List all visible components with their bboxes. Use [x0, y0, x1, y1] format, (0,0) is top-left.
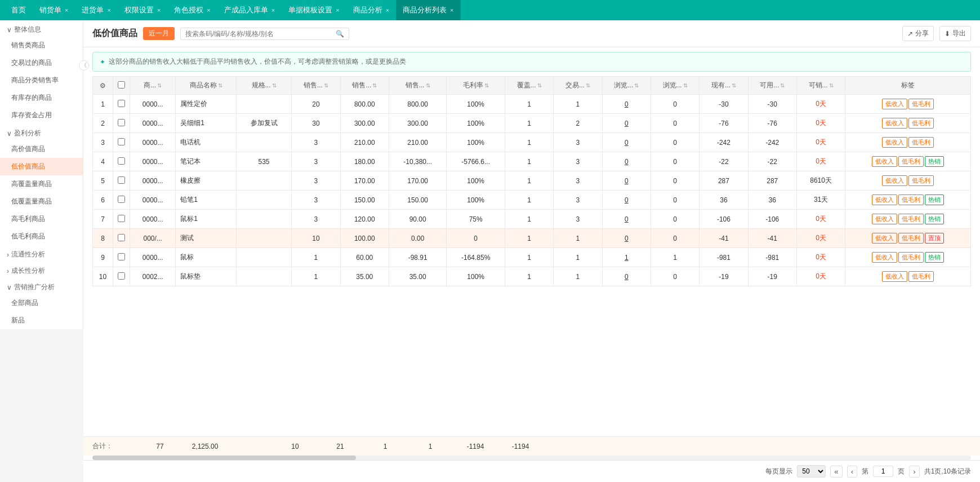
next-page-button[interactable]: › [909, 466, 919, 477]
sidebar-item-low-margin[interactable]: 低毛利商品 [0, 228, 83, 245]
row-checkbox[interactable] [118, 119, 125, 126]
sidebar-group-overall[interactable]: ∨ 整体信息 [0, 20, 83, 37]
th-cover[interactable]: 覆盖...⇅ [505, 77, 553, 95]
sidebar-group-growth[interactable]: › 成长性分析 [0, 262, 83, 278]
sidebar-item-all-products[interactable]: 全部商品 [0, 294, 83, 312]
row-checkbox[interactable] [118, 138, 125, 145]
th-browse1[interactable]: 浏览...⇅ [602, 77, 651, 95]
sidebar-item-high-margin[interactable]: 高毛利商品 [0, 210, 83, 228]
sidebar-group-liquidity[interactable]: › 流通性分析 [0, 245, 83, 262]
cell-browse1[interactable]: 0 [602, 133, 651, 152]
sidebar-item-low-value[interactable]: 低价值商品 [0, 158, 83, 175]
sidebar-group-marketing[interactable]: ∨ 营销推广分析 [0, 278, 83, 294]
cell-browse1[interactable]: 0 [602, 152, 651, 171]
row-checkbox[interactable] [118, 196, 125, 203]
cell-browse1[interactable]: 1 [602, 248, 651, 267]
sidebar-item-category-rate[interactable]: 商品分类销售率 [0, 72, 83, 89]
per-page-select[interactable]: 50 100 200 [797, 465, 826, 477]
cell-browse1[interactable]: 0 [602, 210, 651, 229]
sidebar-item-stock-capital[interactable]: 库存资金占用 [0, 107, 83, 124]
cell-checkbox[interactable] [113, 133, 130, 152]
browse-link[interactable]: 0 [625, 139, 629, 147]
th-gross[interactable]: 毛利率⇅ [447, 77, 505, 95]
filter-button[interactable]: 近一月 [143, 27, 175, 40]
th-trade[interactable]: 交易...⇅ [554, 77, 602, 95]
sidebar-item-high-value[interactable]: 高价值商品 [0, 140, 83, 158]
th-s2[interactable]: 销售...⇅ [340, 77, 389, 95]
browse-link[interactable]: 0 [625, 273, 629, 281]
row-checkbox[interactable] [118, 157, 125, 165]
browse-link[interactable]: 0 [625, 158, 629, 166]
row-checkbox[interactable] [118, 215, 125, 222]
nav-close-icon[interactable]: × [65, 7, 68, 14]
th-tags[interactable]: 标签 [845, 77, 971, 95]
browse-link[interactable]: 0 [625, 120, 629, 127]
sidebar-group-profit[interactable]: ∨ 盈利分析 [0, 124, 83, 140]
cell-checkbox[interactable] [113, 210, 130, 229]
nav-close-icon[interactable]: × [107, 7, 110, 14]
nav-close-icon[interactable]: × [450, 7, 453, 14]
cell-browse1[interactable]: 0 [602, 171, 651, 191]
th-stock1[interactable]: 现有...⇅ [700, 77, 748, 95]
th-checkbox[interactable] [113, 77, 130, 95]
search-box[interactable]: 🔍 [180, 28, 349, 40]
nav-role-auth[interactable]: 角色授权 × [167, 0, 217, 20]
browse-link[interactable]: 1 [625, 254, 629, 262]
nav-product-in[interactable]: 产成品入库单 × [217, 0, 282, 20]
th-s3[interactable]: 销售...⇅ [389, 77, 447, 95]
sidebar-item-low-coverage[interactable]: 低覆盖量商品 [0, 193, 83, 210]
nav-purchase-order[interactable]: 进货单 × [75, 0, 117, 20]
select-all-checkbox[interactable] [118, 81, 125, 89]
row-checkbox[interactable] [118, 100, 125, 107]
th-days[interactable]: 可销...⇅ [796, 77, 845, 95]
cell-checkbox[interactable] [113, 95, 130, 114]
nav-permission[interactable]: 权限设置 × [118, 0, 167, 20]
nav-home[interactable]: 首页 [5, 0, 33, 20]
first-page-button[interactable]: « [830, 466, 842, 477]
cell-browse1[interactable]: 0 [602, 191, 651, 210]
th-stock2[interactable]: 可用...⇅ [748, 77, 796, 95]
cell-checkbox[interactable] [113, 152, 130, 171]
cell-checkbox[interactable] [113, 191, 130, 210]
th-browse2[interactable]: 浏览...⇅ [651, 77, 699, 95]
page-number-input[interactable] [873, 466, 893, 477]
browse-link[interactable]: 0 [625, 196, 629, 204]
sidebar-item-high-coverage[interactable]: 高覆盖量商品 [0, 175, 83, 193]
th-s1[interactable]: 销售...⇅ [292, 77, 340, 95]
cell-checkbox[interactable] [113, 229, 130, 248]
browse-link[interactable]: 0 [625, 235, 629, 242]
cell-browse1[interactable]: 0 [602, 95, 651, 114]
nav-product-analysis-list[interactable]: 商品分析列表 × [396, 0, 460, 20]
nav-close-icon[interactable]: × [336, 7, 339, 14]
row-checkbox[interactable] [118, 234, 125, 241]
nav-close-icon[interactable]: × [271, 7, 275, 14]
row-checkbox[interactable] [118, 176, 125, 184]
nav-close-icon[interactable]: × [207, 7, 210, 14]
cell-checkbox[interactable] [113, 171, 130, 191]
th-settings[interactable]: ⚙ [93, 77, 113, 95]
prev-page-button[interactable]: ‹ [847, 466, 857, 477]
th-code[interactable]: 商...⇅ [130, 77, 176, 95]
nav-template[interactable]: 单据模板设置 × [282, 0, 346, 20]
nav-product-analysis[interactable]: 商品分析 × [346, 0, 396, 20]
cell-browse1[interactable]: 0 [602, 229, 651, 248]
browse-link[interactable]: 0 [625, 100, 629, 108]
cell-checkbox[interactable] [113, 114, 130, 133]
browse-link[interactable]: 0 [625, 177, 629, 185]
table-wrapper[interactable]: ⚙ 商...⇅ 商品名称⇅ 规格...⇅ 销售...⇅ 销售...⇅ 销售...… [83, 76, 980, 436]
th-spec[interactable]: 规格...⇅ [236, 77, 291, 95]
cell-checkbox[interactable] [113, 267, 130, 286]
sidebar-item-sales-products[interactable]: 销售类商品 [0, 37, 83, 54]
cell-checkbox[interactable] [113, 248, 130, 267]
row-checkbox[interactable] [118, 272, 125, 280]
row-checkbox[interactable] [118, 253, 125, 260]
sidebar-item-traded-products[interactable]: 交易过的商品 [0, 54, 83, 72]
sidebar-collapse-button[interactable]: 《 [79, 60, 89, 70]
browse-link[interactable]: 0 [625, 215, 629, 223]
export-button[interactable]: ⬇ 导出 [939, 26, 971, 41]
nav-close-icon[interactable]: × [157, 7, 161, 14]
search-input[interactable] [185, 30, 333, 38]
sidebar-item-stock-products[interactable]: 有库存的商品 [0, 89, 83, 107]
th-name[interactable]: 商品名称⇅ [176, 77, 237, 95]
cell-browse1[interactable]: 0 [602, 267, 651, 286]
